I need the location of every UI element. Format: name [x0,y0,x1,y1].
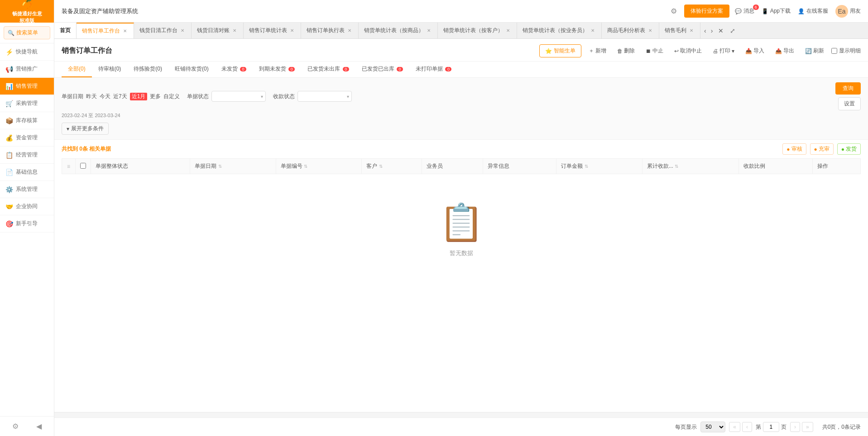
sidebar-item-sales[interactable]: 📊 销售管理 [0,78,54,95]
th-number[interactable]: 单据编号 ⇅ [276,159,362,174]
tab-cash-reconcile-close[interactable]: ✕ [231,28,238,33]
expand-filter-button[interactable]: ▾ 展开更多条件 [62,123,109,135]
subtab-not-shipped[interactable]: 未发货 0 [215,62,253,77]
filter-date-custom[interactable]: 自定义 [163,93,180,100]
tab-goods-margin[interactable]: 商品毛利分析表 ✕ [602,23,659,39]
suspend-button[interactable]: ⏹ 中止 [642,45,667,57]
show-detail-checkbox[interactable] [831,48,837,54]
empty-state: 📋 暂无数据 [62,174,861,284]
th-amount[interactable]: 订单金额 ⇅ [556,159,643,174]
delete-button[interactable]: 🗑 删除 [614,45,638,57]
export-button[interactable]: 📤 导出 [772,45,798,57]
filter-date-yesterday[interactable]: 昨天 [86,93,97,100]
tab-goods-stats-staff-close[interactable]: ✕ [590,28,596,33]
th-collected[interactable]: 累计收款... ⇅ [642,159,739,174]
sidebar-collapse-button[interactable]: ◀ [34,420,43,432]
per-page-select[interactable]: 10 20 50 100 [700,422,725,432]
filter-status-select[interactable] [211,91,266,102]
sidebar-item-enterprise[interactable]: 🤝 企业协同 [0,198,54,215]
online-service-button[interactable]: 👤 在线客服 [798,7,828,15]
tab-goods-stats-staff[interactable]: 销货单统计表（按业务员） ✕ [517,23,602,39]
subtab-not-printed[interactable]: 未打印单据 0 [409,62,458,77]
th-check[interactable] [76,159,91,174]
message-button[interactable]: 💬 6 消息 [735,7,754,15]
tab-sales-more-close[interactable]: ✕ [688,28,695,33]
tab-sales-exec-close[interactable]: ✕ [346,28,353,33]
subtab-pending-inspect[interactable]: 待拣验货(0) [127,62,168,77]
tab-cash-daily[interactable]: 钱货日清工作台 ✕ [134,23,192,39]
page-number-input[interactable] [763,422,779,432]
tab-next-button[interactable]: › [709,26,715,35]
subtab-expired[interactable]: 到期未发货 0 [253,62,301,77]
subtab-all[interactable]: 全部(0) [62,62,92,77]
tab-home[interactable]: 首页 [54,23,77,39]
sidebar-item-basic-info[interactable]: 📄 基础信息 [0,164,54,181]
sidebar-settings-button[interactable]: ⚙ [10,420,20,432]
th-customer[interactable]: 客户 ⇅ [362,159,422,174]
sidebar-item-inventory[interactable]: 📦 库存核算 [0,112,54,129]
add-button[interactable]: ＋ 新增 [585,45,610,57]
filter-date-today[interactable]: 今天 [100,93,110,100]
show-detail-checkbox-label[interactable]: 显示明细 [831,47,861,55]
subtab-shipped-not-out[interactable]: 已发货未出库 0 [301,62,355,77]
sidebar-item-purchase[interactable]: 🛒 采购管理 [0,95,54,112]
tab-goods-stats-customer[interactable]: 销货单统计表（按客户） ✕ [438,23,517,39]
tab-goods-stats-product-close[interactable]: ✕ [426,28,432,33]
cancel-audit-button[interactable]: ● 充审 [810,143,834,155]
sidebar-item-system[interactable]: ⚙️ 系统管理 [0,181,54,198]
subtab-wangpu[interactable]: 旺铺待发货(0) [168,62,215,77]
print-button[interactable]: 🖨 打印 ▾ [709,45,738,57]
refresh-button[interactable]: 🔄 刷新 [801,45,828,57]
sidebar-item-operation[interactable]: 📋 经营管理 [0,147,54,164]
tab-sales-stats-close[interactable]: ✕ [289,28,295,33]
tab-goods-margin-close[interactable]: ✕ [647,28,653,33]
search-menu-button[interactable]: 🔍 搜索菜单 [4,26,50,39]
user-menu-button[interactable]: Ea 用友 [835,5,861,18]
filter-date-7days[interactable]: 近7天 [113,93,127,100]
import-button[interactable]: 📥 导入 [742,45,768,57]
subtab-pending-review[interactable]: 待审核(0) [92,62,128,77]
topbar-gear-icon[interactable]: ⚙ [669,5,679,17]
filter-payment-select[interactable] [297,91,352,102]
th-date[interactable]: 单据日期 ⇅ [190,159,276,174]
tab-maximize-button[interactable]: ⤢ [727,26,738,35]
tab-sales-exec[interactable]: 销售订单执行表 ✕ [301,23,359,39]
sidebar: 🍊 畅捷通好生意 标准版 🔍 搜索菜单 ⚡ 快捷导航 📢 营销推广 📊 销售管理… [0,0,54,436]
sidebar-item-quick-nav[interactable]: ⚡ 快捷导航 [0,43,54,61]
trial-button[interactable]: 体验行业方案 [684,5,729,18]
tab-sales-stats[interactable]: 销售订单统计表 ✕ [244,23,301,39]
cancel-suspend-button[interactable]: ↩ 取消中止 [671,45,705,57]
tab-goods-stats-customer-label: 销货单统计表（按客户） [443,27,503,34]
filter-date-more[interactable]: 更多 [150,93,161,100]
pagination-prev-button[interactable]: ‹ [742,422,752,432]
tab-close-all-button[interactable]: ✕ [715,26,726,35]
set-button[interactable]: 设置 [838,97,861,110]
subtab-not-shipped-badge: 0 [240,67,246,71]
smart-create-button[interactable]: ⭐ 智能生单 [539,44,581,57]
tab-sales-order-close[interactable]: ✕ [122,28,128,34]
subtab-shipped-out-label: 已发货已出库 [362,66,394,72]
tab-goods-stats-product-label: 销货单统计表（按商品） [364,27,424,34]
select-all-checkbox[interactable] [80,163,86,169]
tab-goods-stats-product[interactable]: 销货单统计表（按商品） ✕ [359,23,438,39]
tab-goods-stats-customer-close[interactable]: ✕ [505,28,511,33]
tab-sales-order[interactable]: 销售订单工作台 ✕ [77,23,134,39]
pagination-last-button[interactable]: » [802,422,813,432]
tab-prev-button[interactable]: ‹ [702,26,708,35]
filter-date-1month[interactable]: 近1月 [130,93,148,100]
app-download-button[interactable]: 📱 App下载 [762,7,791,15]
ship-button[interactable]: ● 发货 [837,143,861,155]
tab-sales-more[interactable]: 销售毛利 ✕ [659,23,700,39]
tab-cash-reconcile[interactable]: 钱货日清对账 ✕ [192,23,244,39]
pagination-next-button[interactable]: › [790,422,800,432]
sidebar-item-marketing[interactable]: 📢 营销推广 [0,61,54,78]
tab-cash-daily-close[interactable]: ✕ [179,28,186,33]
filter-status-item: 单据状态 [187,91,266,102]
subtab-shipped-out[interactable]: 已发货已出库 0 [355,62,409,77]
sidebar-item-finance[interactable]: 💰 资金管理 [0,129,54,147]
audit-button[interactable]: ● 审核 [782,143,806,155]
sidebar-item-guide[interactable]: 🎯 新手引导 [0,215,54,232]
pagination-first-button[interactable]: « [729,422,740,432]
horizontal-scrollbar[interactable] [54,412,868,417]
query-button[interactable]: 查询 [835,82,861,95]
